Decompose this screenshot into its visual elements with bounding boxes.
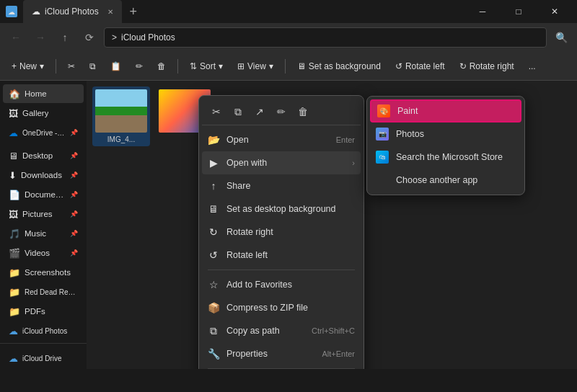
sidebar-item-pdfs[interactable]: 📁 PDFs [3, 302, 84, 321]
cm-share-button[interactable]: ↗ [250, 102, 270, 122]
sidebar-item-documents[interactable]: 📄 Documents 📌 [3, 185, 84, 204]
sidebar-item-downloads[interactable]: ⬇ Downloads 📌 [3, 166, 84, 184]
sidebar-item-icloud-photos2[interactable]: ☁ iCloud Photos [3, 368, 84, 369]
new-dropdown-icon: ▾ [40, 61, 44, 71]
cm-delete-button[interactable]: 🗑 [293, 102, 313, 122]
pin-icon-4: 📌 [70, 191, 78, 198]
cm-compress-label: Compress to ZIP file [226, 303, 355, 313]
sidebar-item-gallery-label: Gallery [22, 109, 48, 117]
compress-icon: 📦 [208, 302, 219, 313]
paste-button[interactable]: 📋 [105, 56, 127, 76]
file-thumb-1 [95, 89, 147, 133]
documents-icon: 📄 [9, 190, 20, 200]
more-options-button[interactable]: ... [523, 56, 542, 76]
sidebar-item-pictures[interactable]: 🖼 Pictures 📌 [3, 205, 84, 223]
minimize-button[interactable]: ─ [466, 0, 499, 23]
photos-icon: 📷 [376, 128, 389, 141]
cm-rotate-left-label: Rotate left [226, 250, 355, 260]
close-button[interactable]: ✕ [538, 0, 571, 23]
tab-close-icon[interactable]: ✕ [107, 8, 113, 16]
cm-share-item[interactable]: ↑ Share [202, 174, 361, 197]
view-button[interactable]: ⊞ View ▾ [232, 56, 279, 76]
videos-icon: 🎬 [9, 248, 20, 259]
submenu-choose-app-label: Choose another app [396, 175, 477, 185]
choose-app-icon [376, 174, 389, 187]
cm-open-item[interactable]: 📂 Open Enter [202, 128, 361, 151]
cm-properties-item[interactable]: 🔧 Properties Alt+Enter [202, 342, 361, 365]
submenu-paint-item[interactable]: 🎨 Paint [370, 99, 521, 122]
properties-icon: 🔧 [208, 348, 219, 360]
sidebar-item-onedrive-label: OneDrive - Personal [22, 129, 66, 137]
home-icon: 🏠 [9, 89, 20, 99]
cm-rotate-left-item[interactable]: ↺ Rotate left [202, 244, 361, 267]
cm-copy-button[interactable]: ⧉ [228, 102, 248, 122]
sort-dropdown-icon: ▾ [219, 61, 223, 71]
cm-compress-item[interactable]: 📦 Compress to ZIP file [202, 296, 361, 319]
set-background-button[interactable]: 🖥 Set as background [291, 56, 387, 76]
sidebar-item-pdfs-label: PDFs [25, 307, 45, 316]
file-img1[interactable]: IMG_4... [92, 86, 150, 146]
sidebar-item-onedrive[interactable]: ☁ OneDrive - Personal 📌 [3, 123, 84, 142]
submenu-photos-item[interactable]: 📷 Photos [370, 122, 521, 146]
icloud-photos-icon: ☁ [9, 326, 18, 337]
sidebar-item-screenshots-label: Screenshots [25, 268, 71, 277]
sidebar-item-videos[interactable]: 🎬 Videos 📌 [3, 244, 84, 262]
cut-button[interactable]: ✂ [62, 56, 81, 76]
submenu-paint-label: Paint [397, 106, 418, 116]
cm-open-with-item[interactable]: ▶ Open with › 🎨 Paint 📷 Photos 🛍 Se [202, 151, 361, 174]
desktop-icon: 🖥 [9, 151, 18, 161]
sidebar-item-desktop[interactable]: 🖥 Desktop 📌 [3, 146, 84, 165]
sort-button[interactable]: ⇅ Sort ▾ [184, 56, 229, 76]
sidebar-item-rdr[interactable]: 📁 Red Dead Redemptio... [3, 282, 84, 301]
up-button[interactable]: ↑ [55, 27, 75, 48]
forward-button[interactable]: → [30, 27, 50, 48]
paint-icon: 🎨 [377, 104, 390, 117]
cm-set-desktop-item[interactable]: 🖥 Set as desktop background [202, 197, 361, 220]
submenu-store-item[interactable]: 🛍 Search the Microsoft Store [370, 146, 521, 169]
pin-icon-7: 📌 [70, 249, 78, 257]
cm-rename-button[interactable]: ✏ [271, 102, 291, 122]
search-button[interactable]: 🔍 [551, 27, 571, 48]
cm-properties-shortcut: Alt+Enter [322, 349, 355, 358]
pin-icon-5: 📌 [70, 210, 78, 218]
toolbar: + New ▾ ✂ ⧉ 📋 ✏ 🗑 ⇅ Sort ▾ ⊞ View ▾ 🖥 Se… [0, 52, 577, 81]
rotate-left-button[interactable]: ↺ Rotate left [389, 56, 451, 76]
cm-copy-path-item[interactable]: ⧉ Copy as path Ctrl+Shift+C [202, 319, 361, 342]
cm-open-shortcut: Enter [336, 135, 355, 144]
back-button[interactable]: ← [6, 27, 26, 48]
share-icon: ↑ [208, 180, 219, 192]
rotate-right-button[interactable]: ↻ Rotate right [454, 56, 520, 76]
new-tab-button[interactable]: + [122, 0, 145, 23]
sidebar-item-home[interactable]: 🏠 Home [3, 84, 84, 103]
address-input[interactable]: > iCloud Photos [104, 27, 547, 48]
refresh-button[interactable]: ⟳ [79, 27, 100, 48]
context-menu: ✂ ⧉ ↗ ✏ 🗑 📂 Open Enter ▶ Open with › 🎨 [198, 95, 364, 369]
rename-button[interactable]: ✏ [130, 56, 149, 76]
delete-button[interactable]: 🗑 [151, 56, 172, 76]
sidebar-item-videos-label: Videos [25, 249, 50, 257]
store-icon: 🛍 [376, 151, 389, 164]
cm-rotate-right-item[interactable]: ↻ Rotate right [202, 220, 361, 244]
sidebar-item-gallery[interactable]: 🖼 Gallery [3, 104, 84, 122]
maximize-button[interactable]: □ [502, 0, 535, 23]
submenu-choose-app-item[interactable]: Choose another app [370, 169, 521, 192]
cm-add-favorites-item[interactable]: ☆ Add to Favorites [202, 273, 361, 296]
thumb-image-1 [95, 89, 147, 133]
cm-cut-button[interactable]: ✂ [206, 102, 226, 122]
open-with-icon: ▶ [208, 157, 219, 169]
gallery-icon: 🖼 [9, 108, 18, 119]
copy-button[interactable]: ⧉ [84, 56, 102, 76]
new-button[interactable]: + New ▾ [6, 56, 50, 76]
sidebar-item-icloud-drive[interactable]: ☁ iCloud Drive [3, 349, 84, 368]
rdr-icon: 📁 [9, 287, 20, 298]
paste-icon: 📋 [110, 61, 121, 71]
sidebar-item-screenshots[interactable]: 📁 Screenshots [3, 263, 84, 282]
downloads-icon: ⬇ [9, 170, 17, 181]
new-icon: + [12, 61, 17, 71]
sidebar-item-music[interactable]: 🎵 Music 📌 [3, 224, 84, 243]
sidebar-item-icloud-photos[interactable]: ☁ iCloud Photos [3, 321, 84, 340]
sidebar: 🏠 Home 🖼 Gallery ☁ OneDrive - Personal 📌… [0, 81, 87, 369]
tab-icloud-photos[interactable]: ☁ iCloud Photos ✕ [23, 0, 122, 23]
window-icon: ☁ [6, 6, 17, 17]
onedrive-icon: ☁ [9, 128, 18, 138]
